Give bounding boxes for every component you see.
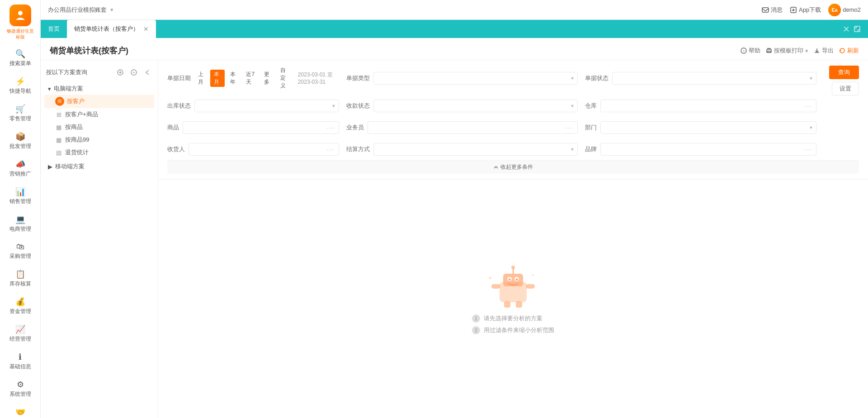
doc-status-arrow-icon: ▾ [810,75,812,81]
print-dropdown-icon[interactable]: ▾ [805,48,808,54]
doc-type-arrow-icon: ▾ [571,75,574,81]
filter-item-doc-status: 单据状态 ▾ [585,72,816,85]
sidebar-item-sales[interactable]: 📊销售管理 [8,182,33,210]
sidebar-item-finance[interactable]: 💰资金管理 [8,292,33,320]
scheme-item-by-product[interactable]: ▦ 按商品 [44,121,154,133]
nav-icon-quick-nav: ⚡ [15,76,25,86]
dropdown-arrow-icon[interactable]: ▾ [110,6,113,13]
app-download-button[interactable]: App下载 [790,6,821,14]
user-profile[interactable]: Ea demo2 [828,4,861,16]
product-select[interactable]: ··· [183,121,339,134]
doc-status-select[interactable]: ▾ [612,72,816,85]
panel-toolbar: 按以下方案查询 [41,64,158,81]
date-btn-last-7-days[interactable]: 近7天 [242,70,259,87]
grid-icon: ⊞ [55,111,62,118]
product-dots-icon[interactable]: ··· [327,124,335,131]
scheme-item-by-customer-product-label: 按客户+商品 [65,110,98,119]
scheme-item-by-customer[interactable]: 按 按客户 [44,95,154,108]
sidebar-item-purchase[interactable]: 🛍采购管理 [8,238,33,265]
salesperson-select[interactable]: ··· [368,121,578,134]
date-btn-custom[interactable]: 自定义 [277,66,294,90]
payment-method-arrow-icon: ▾ [571,146,574,152]
window-maximize-icon[interactable] [854,25,861,33]
window-close-icon[interactable] [843,25,850,33]
nav-icon-inventory: 📋 [15,269,25,279]
user-avatar: Ea [828,4,841,16]
warehouse-dots-icon[interactable]: ··· [804,102,812,109]
chart-icon: ▤ [55,149,62,156]
collapse-bar[interactable]: 收起更多条件 [167,160,859,174]
filter-row-4: 收货人 ··· 结算方式 [167,143,816,156]
out-status-select[interactable]: ▾ [194,100,339,112]
date-btn-this-month[interactable]: 本月 [210,70,224,87]
date-btn-more[interactable]: 更多 [260,70,274,87]
sidebar-item-basic-info[interactable]: ℹ基础信息 [8,347,33,375]
sidebar-item-system[interactable]: ⚙系统管理 [8,375,33,403]
warehouse-select[interactable]: ··· [600,100,816,112]
sidebar: 畅捷通好生意 标版 🔍搜索菜单⚡快捷导航🛒零售管理📦批发管理📣营销推广📊销售管理… [0,0,41,418]
tab-sales-stats[interactable]: 销货单统计表（按客户） ✕ [67,20,156,38]
nav-icon-finance: 💰 [15,297,25,307]
sidebar-item-wholesale[interactable]: 📦批发管理 [8,127,33,155]
nav-icon-system: ⚙ [17,380,24,390]
sidebar-logo: 畅捷通好生意 标版 [0,0,40,44]
filter-item-consignee: 收货人 ··· [167,143,339,156]
sidebar-item-ecommerce[interactable]: 💻电商管理 [8,210,33,238]
refresh-button[interactable]: 刷新 [839,47,859,55]
tab-home-label: 首页 [48,25,60,33]
user-avatar-text: Ea [832,7,838,13]
doc-status-label: 单据状态 [585,74,609,82]
sidebar-item-retail[interactable]: 🛒零售管理 [8,100,33,127]
sidebar-item-marketing[interactable]: 📣营销推广 [8,155,33,182]
sidebar-item-operations[interactable]: 📈经营管理 [8,320,33,347]
scheme-item-refund-stats[interactable]: ▤ 退货统计 [44,146,154,159]
date-btn-this-year[interactable]: 本年 [226,70,241,87]
department-label: 部门 [585,124,597,132]
sidebar-item-search[interactable]: 🔍搜索菜单 [8,44,33,72]
salesperson-dots-icon[interactable]: ··· [566,124,574,131]
help-icon: ? [741,48,747,54]
department-select[interactable]: ▾ [600,121,816,134]
svg-rect-3 [854,26,860,32]
tab-maximize-controls [843,25,868,33]
sidebar-item-enterprise[interactable]: 🤝企业协同 [8,403,33,418]
svg-rect-18 [491,284,500,289]
query-button[interactable]: 查询 [829,66,859,79]
brand-dots-icon[interactable]: ··· [804,146,812,153]
scheme-item-by-product-99[interactable]: ▦ 按商品99 [44,133,154,146]
collapse-arrow-icon [493,165,499,170]
filter-item-out-status: 出库状态 ▾ [167,100,339,112]
user-name: demo2 [843,6,861,13]
svg-rect-11 [503,274,523,286]
edit-scheme-button[interactable] [129,67,139,77]
payment-method-select[interactable]: ▾ [373,143,578,156]
scheme-group-mobile-label[interactable]: ▶ 移动端方案 [44,161,154,172]
tab-close-icon[interactable]: ✕ [143,25,149,33]
collapse-panel-button[interactable] [142,67,152,77]
sidebar-item-inventory[interactable]: 📋库存核算 [8,265,33,292]
nav-icon-marketing: 📣 [15,159,25,169]
scheme-group-desktop-label[interactable]: ▾ 电脑端方案 [44,83,154,95]
brand-select[interactable]: ··· [600,143,816,156]
scheme-item-by-customer-product[interactable]: ⊞ 按客户+商品 [44,108,154,121]
sidebar-item-quick-nav[interactable]: ⚡快捷导航 [8,72,33,100]
receipt-status-select[interactable]: ▾ [373,100,578,112]
help-button[interactable]: ? 帮助 [741,47,760,55]
scheme-group-desktop-text: 电脑端方案 [54,85,83,93]
svg-point-14 [509,278,511,280]
export-button[interactable]: 导出 [814,47,834,55]
add-scheme-button[interactable] [115,67,125,77]
print-button[interactable]: 按模板打印 ▾ [766,47,808,55]
consignee-select[interactable]: ··· [189,143,339,156]
doc-type-select[interactable]: ▾ [373,72,578,85]
collapse-icon [144,69,151,76]
nav-icon-operations: 📈 [15,324,25,334]
hint-2-text: 用过滤条件来缩小分析范围 [484,326,554,334]
settings-button[interactable]: 设置 [832,82,859,95]
consignee-dots-icon[interactable]: ··· [327,146,335,153]
nav-icon-search: 🔍 [15,49,25,59]
date-btn-last-month[interactable]: 上月 [194,70,208,87]
tab-home[interactable]: 首页 [41,20,67,38]
message-button[interactable]: 消息 [762,6,783,14]
nav-label-search: 搜索菜单 [9,60,31,67]
